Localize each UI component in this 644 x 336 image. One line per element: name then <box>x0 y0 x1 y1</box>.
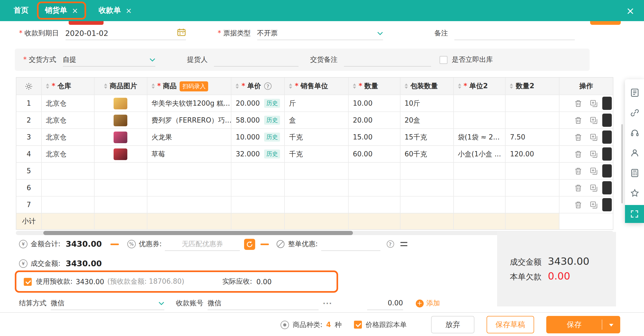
cell-unit2[interactable] <box>454 112 506 128</box>
column-header[interactable]: 包装数量 <box>400 78 454 95</box>
due-date-field[interactable]: 2020-01-02 <box>65 26 186 40</box>
sort-icon[interactable] <box>104 83 107 89</box>
save-draft-button[interactable]: 保存草稿 <box>487 316 534 333</box>
tab-close-icon[interactable]: × <box>72 6 78 15</box>
order-discount-input[interactable] <box>321 237 380 251</box>
cell-sales-unit[interactable] <box>285 180 349 196</box>
remark-input[interactable] <box>454 26 575 40</box>
user-icon[interactable] <box>625 143 644 163</box>
cell-product-image[interactable] <box>94 95 147 111</box>
cell-warehouse[interactable]: 北京仓 <box>42 146 95 162</box>
cell-unit-price[interactable] <box>232 197 285 213</box>
chevron-down-icon[interactable] <box>158 299 164 307</box>
save-button[interactable]: 保存 <box>546 316 620 333</box>
cell-unit2[interactable] <box>454 180 506 196</box>
copy-row-icon[interactable] <box>590 100 598 107</box>
cell-unit-price[interactable] <box>232 163 285 179</box>
cell-package-quantity[interactable] <box>400 163 454 179</box>
cell-sales-unit[interactable]: 千克 <box>285 146 349 162</box>
cell-quantity[interactable] <box>349 180 400 196</box>
delete-row-icon[interactable] <box>575 167 582 175</box>
cell-product[interactable] <box>147 163 231 179</box>
cell-product[interactable]: 火龙果 <box>147 129 231 145</box>
star-icon[interactable] <box>625 183 644 203</box>
tab-close-icon[interactable]: × <box>125 6 132 15</box>
tab-sales-order[interactable]: 销货单 × <box>37 2 86 20</box>
row-scrollbar-segment[interactable] <box>602 114 612 127</box>
cell-warehouse[interactable] <box>42 197 95 213</box>
cell-unit-price[interactable] <box>232 180 285 196</box>
cell-unit2[interactable]: 袋(1袋 ≈ 2... <box>454 129 506 145</box>
cell-sales-unit[interactable] <box>285 163 349 179</box>
delivery-remark-input[interactable] <box>344 53 431 67</box>
cell-sales-unit[interactable] <box>285 197 349 213</box>
settle-method-select[interactable]: 微信 <box>51 296 164 310</box>
cell-quantity2[interactable]: 7.50 <box>506 129 560 145</box>
sort-icon[interactable] <box>404 83 408 89</box>
history-price-badge[interactable]: 历史 <box>264 99 280 108</box>
delete-row-icon[interactable] <box>575 201 582 208</box>
window-close-icon[interactable]: × <box>626 6 634 16</box>
sort-icon[interactable] <box>46 83 49 89</box>
clipped-orange-button[interactable] <box>590 21 621 25</box>
cell-quantity2[interactable] <box>506 163 560 179</box>
link-icon[interactable] <box>625 102 644 123</box>
add-account-link[interactable]: 添加 <box>426 298 440 308</box>
help-icon[interactable]: ? <box>386 240 394 248</box>
column-header[interactable]: 商品图片 <box>94 78 147 95</box>
row-scrollbar-segment[interactable] <box>602 181 612 194</box>
cell-product-image[interactable] <box>94 112 147 128</box>
sort-icon[interactable] <box>289 83 292 89</box>
cell-package-quantity[interactable]: 15千克 <box>400 129 454 145</box>
delivery-method-select[interactable]: 自提 <box>63 53 155 67</box>
cell-warehouse[interactable]: 北京仓 <box>42 112 95 128</box>
bill-type-select[interactable]: 不开票 <box>257 26 383 40</box>
sort-icon[interactable] <box>510 83 513 89</box>
help-icon[interactable]: ? <box>264 82 272 90</box>
vertical-scrollbar[interactable] <box>621 124 623 203</box>
use-prepay-checkbox[interactable] <box>24 278 32 286</box>
scan-entry-badge[interactable]: 扫码录入 <box>180 81 208 91</box>
delete-row-icon[interactable] <box>575 133 582 141</box>
collapse-dash-icon[interactable] <box>110 243 119 245</box>
fullscreen-icon[interactable] <box>625 205 644 223</box>
add-icon[interactable]: + <box>416 299 424 307</box>
save-dropdown-caret[interactable] <box>609 324 613 326</box>
horizontal-scrollbar[interactable] <box>43 231 353 235</box>
cell-sales-unit[interactable]: 千克 <box>285 129 349 145</box>
cell-quantity[interactable]: 20.00 <box>349 112 400 128</box>
cell-quantity2[interactable] <box>506 95 560 111</box>
copy-row-icon[interactable] <box>590 201 598 208</box>
column-header[interactable]: 销售单位 <box>285 78 349 95</box>
discard-button[interactable]: 放弃 <box>431 316 474 333</box>
calculator-icon[interactable] <box>625 163 644 183</box>
cell-package-quantity[interactable] <box>400 180 454 196</box>
history-price-badge[interactable]: 历史 <box>264 116 280 125</box>
cell-quantity2[interactable] <box>506 180 560 196</box>
cell-unit2[interactable] <box>454 95 506 111</box>
column-header[interactable]: 单价? <box>232 78 285 95</box>
cell-quantity2[interactable] <box>506 112 560 128</box>
cell-warehouse[interactable] <box>42 163 95 179</box>
sort-icon[interactable] <box>151 83 155 89</box>
column-header[interactable]: 数量 <box>349 78 400 95</box>
cell-quantity[interactable] <box>349 197 400 213</box>
copy-row-icon[interactable] <box>590 184 598 192</box>
immediate-outbound-checkbox[interactable] <box>440 56 447 64</box>
refresh-coupon-button[interactable] <box>244 239 255 250</box>
cell-quantity2[interactable] <box>506 197 560 213</box>
cell-quantity[interactable] <box>349 163 400 179</box>
calendar-icon[interactable] <box>177 28 186 38</box>
row-scrollbar-segment[interactable] <box>602 164 612 178</box>
copy-row-icon[interactable] <box>590 150 598 158</box>
tab-home[interactable]: 首页 <box>14 6 29 15</box>
cell-product-image[interactable] <box>94 129 147 145</box>
cell-unit-price[interactable]: 20.000历史 <box>232 95 285 111</box>
column-header[interactable]: 单位2 <box>454 78 506 95</box>
sort-icon[interactable] <box>458 83 461 89</box>
cell-unit2[interactable] <box>454 197 506 213</box>
cell-unit-price[interactable]: 32.000历史 <box>232 146 285 162</box>
column-header[interactable]: 商品扫码录入 <box>147 78 231 95</box>
cell-unit2[interactable]: 小盒(1小盒 ... <box>454 146 506 162</box>
cell-product-image[interactable] <box>94 146 147 162</box>
